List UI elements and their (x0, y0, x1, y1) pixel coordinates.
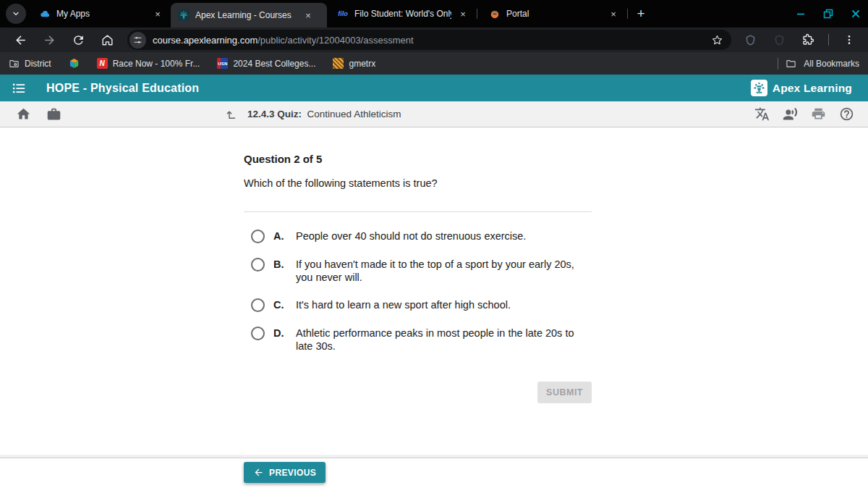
filo-favicon-icon: filo (337, 8, 349, 20)
bookmarks-bar: District N Race Now - 100% Fr... USN 202… (0, 52, 868, 75)
activity-label: 12.4.3 Quiz: Continued Athleticism (247, 109, 401, 119)
option-text: If you haven't made it to the top of a s… (296, 258, 589, 284)
option-d[interactable]: D. Athletic performance peaks in most pe… (244, 327, 592, 353)
option-text: Athletic performance peaks in most peopl… (296, 327, 589, 353)
window-controls (794, 0, 862, 28)
activity-bar: 12.4.3 Quiz: Continued Athleticism (0, 101, 868, 127)
toolbar-separator (828, 34, 829, 46)
reload-icon[interactable] (69, 31, 87, 49)
gmetrx-icon (333, 58, 344, 69)
option-text: It's hard to learn a new sport after hig… (296, 298, 589, 312)
close-tab-icon[interactable]: × (608, 8, 619, 20)
activity-title-group: 12.4.3 Quiz: Continued Athleticism (223, 106, 401, 123)
tab-title: Portal (506, 9, 602, 19)
minimize-window-icon[interactable] (794, 7, 807, 20)
option-letter: A. (273, 230, 287, 242)
toolbar-right (739, 31, 861, 49)
bookmark-label: District (25, 59, 51, 69)
option-b[interactable]: B. If you haven't made it to the top of … (244, 258, 592, 284)
print-icon[interactable] (809, 106, 827, 123)
browser-window: My Apps × Apex Learning - Courses × filo… (0, 0, 868, 488)
arrow-left-icon (253, 467, 264, 478)
course-title: HOPE - Physical Education (46, 82, 199, 95)
folder-icon (786, 58, 796, 69)
bookmarks-separator (778, 58, 778, 70)
tab-separator (627, 9, 628, 19)
bookmark-race-now[interactable]: N Race Now - 100% Fr... (97, 58, 200, 69)
option-text: People over 40 should not do strenuous e… (296, 230, 589, 243)
tab-title: My Apps (56, 9, 146, 19)
course-header: HOPE - Physical Education Apex Learning (0, 75, 868, 101)
url-path: /public/activity/12004003/assessment (258, 35, 413, 46)
extension-shield-icon[interactable] (741, 31, 759, 49)
close-tab-icon[interactable]: × (152, 8, 163, 20)
tab-filo-student[interactable]: filo Filo Student: World's Only Live × (330, 0, 475, 28)
option-c[interactable]: C. It's hard to learn a new sport after … (244, 298, 592, 312)
activity-type: Quiz: (277, 109, 302, 119)
radio-option-b[interactable] (251, 258, 265, 272)
activity-bar-left (0, 106, 62, 123)
extension-shield-dark-icon[interactable] (770, 31, 788, 49)
url-text: course.apexlearning.com/public/activity/… (153, 35, 708, 46)
cube-icon (69, 58, 80, 69)
search-tabs-button[interactable] (6, 4, 26, 24)
bookmark-label: gmetrx (349, 59, 375, 69)
bookmark-cube[interactable] (69, 58, 80, 69)
new-tab-button[interactable]: + (632, 5, 650, 22)
question-divider (244, 211, 592, 212)
tab-my-apps[interactable]: My Apps × (32, 0, 169, 28)
course-outline-menu-icon[interactable] (10, 80, 27, 97)
n-badge-icon: N (97, 58, 108, 69)
submit-row: SUBMIT (244, 382, 592, 403)
help-icon[interactable] (838, 106, 855, 123)
browser-menu-icon[interactable] (841, 31, 858, 49)
tab-portal[interactable]: Portal × (482, 0, 625, 28)
radio-option-d[interactable] (251, 327, 265, 340)
apex-logo-icon (751, 80, 767, 96)
extensions-puzzle-icon[interactable] (799, 31, 817, 49)
managed-folder-icon (9, 58, 20, 69)
all-bookmarks[interactable]: All Bookmarks (778, 58, 859, 70)
up-arrow-icon[interactable] (223, 106, 240, 123)
usn-badge-icon: USN (217, 58, 228, 69)
brand-name: Apex Learning (773, 82, 852, 95)
home-dashboard-icon[interactable] (14, 106, 32, 123)
activity-bar-tools (753, 106, 868, 123)
briefcase-icon[interactable] (45, 106, 62, 123)
apex-learning-logo: Apex Learning (751, 80, 858, 96)
activity-number: 12.4.3 (247, 109, 275, 119)
bookmark-best-colleges[interactable]: USN 2024 Best Colleges... (217, 58, 315, 69)
quiz-content: Question 2 of 5 Which of the following s… (244, 127, 592, 403)
option-letter: D. (273, 327, 287, 339)
previous-button[interactable]: PREVIOUS (244, 462, 326, 483)
quiz-footer: PREVIOUS (0, 459, 868, 488)
bookmark-district[interactable]: District (9, 58, 51, 69)
restore-window-icon[interactable] (822, 7, 835, 20)
home-icon[interactable] (98, 31, 116, 49)
address-bar[interactable]: course.apexlearning.com/public/activity/… (127, 30, 731, 50)
close-tab-icon[interactable]: × (457, 8, 469, 20)
radio-option-c[interactable] (251, 298, 265, 312)
radio-option-a[interactable] (251, 230, 265, 243)
close-window-icon[interactable] (849, 7, 862, 20)
translate-icon[interactable] (753, 106, 770, 123)
text-to-speech-icon[interactable] (781, 106, 799, 123)
close-tab-icon[interactable]: × (302, 9, 314, 21)
bookmark-star-icon[interactable] (708, 31, 726, 49)
option-a[interactable]: A. People over 40 should not do strenuou… (244, 230, 592, 243)
bookmark-gmetrx[interactable]: gmetrx (333, 58, 375, 69)
tab-separator (477, 9, 477, 19)
forward-icon[interactable] (41, 31, 58, 49)
tab-apex-learning[interactable]: Apex Learning - Courses × (171, 3, 327, 28)
submit-button[interactable]: SUBMIT (537, 382, 592, 403)
tab-title: Apex Learning - Courses (195, 10, 297, 20)
browser-toolbar: course.apexlearning.com/public/activity/… (0, 28, 868, 52)
tab-strip: My Apps × Apex Learning - Courses × filo… (0, 0, 868, 28)
question-prompt: Which of the following statements is tru… (244, 177, 592, 189)
answer-options: A. People over 40 should not do strenuou… (244, 230, 592, 353)
back-icon[interactable] (12, 31, 29, 49)
previous-label: PREVIOUS (269, 468, 316, 478)
site-info-icon[interactable] (129, 32, 146, 49)
content-end-strip (0, 455, 868, 458)
question-progress: Question 2 of 5 (244, 153, 592, 165)
